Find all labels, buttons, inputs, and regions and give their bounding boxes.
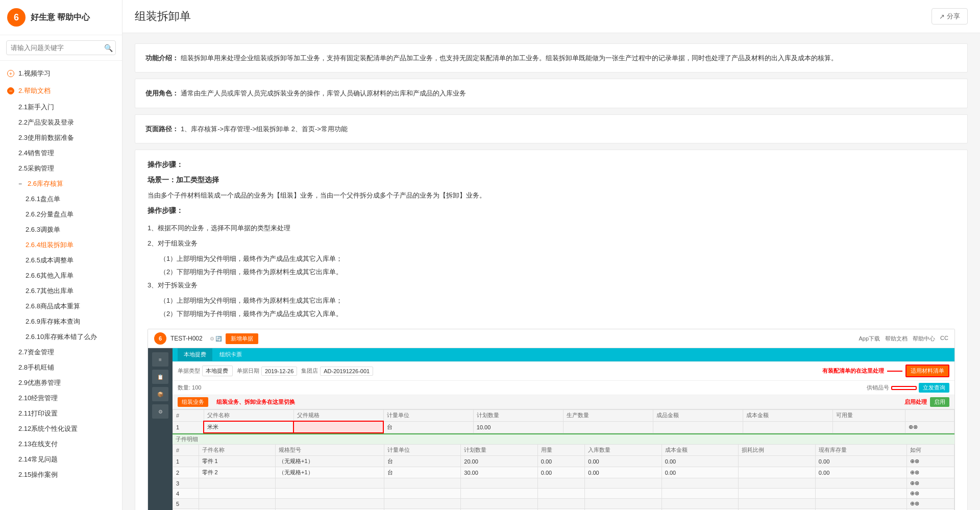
sim-search-value[interactable] <box>891 386 917 390</box>
sidebar-item-other-out[interactable]: 2.6.7其他出库单 <box>26 283 122 299</box>
sim-table-row-1: 1 米米 台 10.00 ⊕⊗ <box>173 421 954 433</box>
sim-date-label: 单据日期 <box>237 367 259 375</box>
sidebar-item-cases[interactable]: 2.15操作案例 <box>18 467 122 482</box>
sidebar-item-stocktake[interactable]: 2.6.1盘点单 <box>26 191 122 207</box>
sidebar-nav: + 1.视频学习 − 2.帮助文档 2.1新手入门 2.2产品安装及登录 2.3… <box>0 61 122 510</box>
article-section: 操作步骤： 场景一：加工类型选择 当由多个子件材料组装成一个成品的业务为【组装】… <box>135 150 968 510</box>
sim-icon-1: ≡ <box>152 352 168 367</box>
page-title: 组装拆卸单 <box>135 9 191 24</box>
sidebar-item-finance[interactable]: 2.7资金管理 <box>18 345 122 360</box>
scene-desc: 当由多个子件材料组装成一个成品的业务为【组装】业务，当由一个父件拆分成多个子产品… <box>148 189 955 202</box>
collapse-icon: − <box>7 87 14 94</box>
intro-body: 组装拆卸单用来处理企业组装或拆卸等加工业务，支持有固定装配清单的产品加工业务，也… <box>181 54 838 62</box>
step1: 1、根据不同的业务，选择不同单据的类型来处理 <box>148 222 955 235</box>
sim-sub-table: # 子件名称 规格型号 计量单位 计划数量 用量 入库数量 成本金额 损耗比例 <box>173 444 954 510</box>
sim-newbill-btn[interactable]: 新增单据 <box>226 333 258 344</box>
sim-icon-4: ⚙ <box>152 404 168 419</box>
sim-th-3: 父件规格 <box>293 410 383 422</box>
sidebar-item-online-pay[interactable]: 2.13在线支付 <box>18 436 122 452</box>
steps-title: 操作步骤： <box>148 206 955 215</box>
sidebar-item-sys-config[interactable]: 2.12系统个性化设置 <box>18 421 122 436</box>
sidebar-item-stock-check[interactable]: 2.6.9库存账本查询 <box>26 314 122 329</box>
sim-td-prod <box>563 421 653 433</box>
search-button[interactable]: 🔍 <box>104 44 113 52</box>
sim-arrow-btn-area: 有装配清单的在这里处理 适用材料清单 <box>822 365 949 377</box>
collapse-icon-inventory: − <box>18 180 26 187</box>
sim-field-bill: 集团店 AD-20191226-001 <box>301 367 373 376</box>
sidebar-item-print[interactable]: 2.11打印设置 <box>18 406 122 421</box>
sidebar-item-sales[interactable]: 2.4销售管理 <box>18 145 122 161</box>
sim-th-1: # <box>173 410 204 422</box>
sidebar-item-coupon[interactable]: 2.9优惠券管理 <box>18 375 122 391</box>
sim-tab-active[interactable]: 本地提费 <box>178 348 212 361</box>
sidebar-item-sub-stocktake[interactable]: 2.6.2分量盘点单 <box>26 207 122 222</box>
sidebar-item-video[interactable]: + 1.视频学习 <box>0 65 122 82</box>
share-button[interactable]: ↗ 分享 <box>932 8 968 25</box>
sidebar-item-new-user[interactable]: 2.1新手入门 <box>18 100 122 115</box>
screenshot-box: 6 TEST-H002 ⚙ 🔄 新增单据 App下载 帮助文档 帮助中心 CC <box>148 329 955 510</box>
sim-enable-area: 启用处理 启用 <box>904 397 949 407</box>
sim-th-9: 可用量 <box>833 410 905 422</box>
sub-nav-docs: 2.1新手入门 2.2产品安装及登录 2.3使用前数据准备 2.4销售管理 2.… <box>0 100 122 482</box>
role-label: 使用角色： <box>145 89 179 97</box>
sim-sub-table-label: 子件明细 <box>176 435 198 443</box>
sim-bill-value[interactable]: AD-20191226-001 <box>320 367 373 376</box>
sidebar-item-mobile[interactable]: 2.8手机旺铺 <box>18 360 122 375</box>
sidebar-item-stock-error[interactable]: 2.6.10库存账本错了么办 <box>26 329 122 345</box>
sim-arrow-line <box>887 371 902 372</box>
sim-th-4: 计量单位 <box>383 410 473 422</box>
path-label: 页面路径： <box>145 125 179 133</box>
sub-nav-inventory: 2.6.1盘点单 2.6.2分量盘点单 2.6.3调拨单 2.6.4组装拆卸单 … <box>18 191 122 345</box>
sim-toggle-row: 组装业务 组装业务、拆卸业务在这里切换 启用处理 启用 <box>173 395 954 409</box>
sidebar-item-install[interactable]: 2.2产品安装及登录 <box>18 115 122 130</box>
sidebar-search-bar: 🔍 <box>0 35 122 61</box>
sim-td-cost <box>743 421 832 433</box>
sim-date-value[interactable]: 2019-12-26 <box>261 367 297 376</box>
expand-icon: + <box>7 70 14 77</box>
sidebar-item-assembly[interactable]: 2.6.4组装拆卸单 <box>26 237 122 253</box>
sidebar-item-faq[interactable]: 2.14常见问题 <box>18 452 122 467</box>
sidebar-item-data-prep[interactable]: 2.3使用前数据准备 <box>18 130 122 145</box>
sim-type-label: 单据类型 <box>178 367 200 375</box>
sidebar-item-ops[interactable]: 2.10经营管理 <box>18 391 122 406</box>
sim-toggle-btn[interactable]: 组装业务 <box>178 397 208 407</box>
sim-upper-table: # 父件名称 父件规格 计量单位 计划数量 生产数量 成品金额 成本金额 可用量 <box>173 409 954 433</box>
sim-sub-row-5: 5 <box>173 499 954 509</box>
sim-type-value[interactable]: 本地提费 <box>202 366 233 376</box>
step3-sub2: （2）下部明细为子件明细，最终作为产成品生成其它入库单。 <box>148 307 955 321</box>
search-input[interactable] <box>6 40 116 55</box>
step3: 3、对于拆装业务 <box>148 279 955 292</box>
sim-tab2[interactable]: 组织卡票 <box>213 348 248 361</box>
sim-annotation-2: 组装业务、拆卸业务在这里切换 <box>216 398 295 406</box>
logo-text: 好生意 帮助中心 <box>31 12 90 23</box>
role-text: 使用角色：通常由生产人员或库管人员完成拆装业务的操作，库管人员确认原材料的出库和… <box>145 87 957 99</box>
sidebar-item-other-in[interactable]: 2.6.6其他入库单 <box>26 268 122 283</box>
sidebar-item-cost-recalc[interactable]: 2.6.8商品成本重算 <box>26 299 122 314</box>
sim-sub-th-6: 用量 <box>537 445 584 456</box>
sidebar-item-cost-adjust[interactable]: 2.6.5成本调整单 <box>26 253 122 268</box>
share-label: 分享 <box>947 12 960 21</box>
step3-sub1: （1）上部明细为父件明细，最终作为原材料生成其它出库单； <box>148 294 955 307</box>
sim-sub-th-1: # <box>173 445 199 456</box>
sim-search-btn[interactable]: 立发查询 <box>919 383 949 393</box>
sidebar-item-purchase[interactable]: 2.5采购管理 <box>18 161 122 176</box>
sidebar-item-adjust[interactable]: 2.6.3调拨单 <box>26 222 122 237</box>
sim-annotation-1: 有装配清单的在这里处理 <box>822 367 884 375</box>
sim-sub-th-4: 计量单位 <box>384 445 461 456</box>
path-body: 1、库存核算->库存管理->组装拆卸单 2、首页->常用功能 <box>181 125 348 133</box>
sim-top-right-3: 帮助中心 <box>913 335 935 343</box>
sim-icon-2: 📋 <box>152 370 168 384</box>
sidebar-item-docs[interactable]: − 2.帮助文档 <box>0 82 122 100</box>
logo-icon: 6 <box>7 8 26 27</box>
sim-enable-btn[interactable]: 启用 <box>930 397 949 407</box>
sim-assembly-btn[interactable]: 适用材料清单 <box>905 365 949 377</box>
share-icon: ↗ <box>939 13 945 20</box>
sim-sub-th-10: 现有库存量 <box>815 445 907 456</box>
sim-sub-th-row: # 子件名称 规格型号 计量单位 计划数量 用量 入库数量 成本金额 损耗比例 <box>173 445 954 456</box>
sim-topbar: 6 TEST-H002 ⚙ 🔄 新增单据 App下载 帮助文档 帮助中心 CC <box>148 329 954 348</box>
sim-sub-table-header: 子件明细 <box>173 433 954 444</box>
intro-section: 功能介绍：组装拆卸单用来处理企业组装或拆卸等加工业务，支持有固定装配清单的产品加… <box>135 43 968 72</box>
sim-sub-th-9: 损耗比例 <box>739 445 816 456</box>
scene-title: 场景一：加工类型选择 <box>148 176 955 185</box>
sidebar-item-inventory[interactable]: − 2.6库存核算 <box>18 176 122 191</box>
